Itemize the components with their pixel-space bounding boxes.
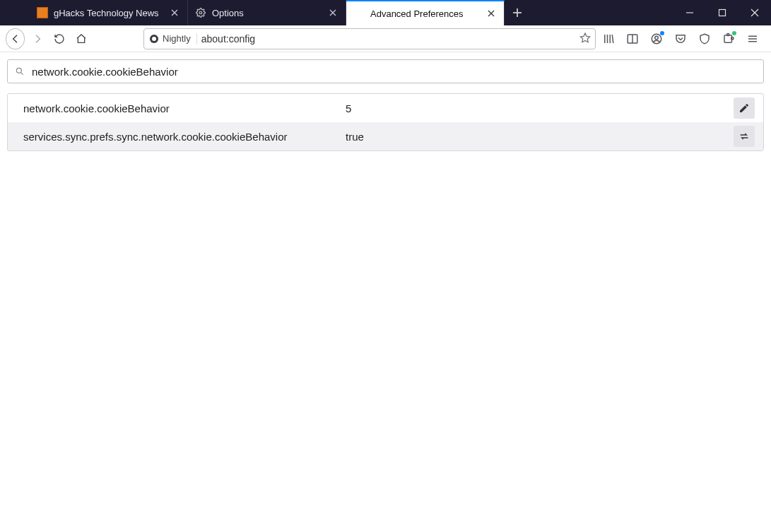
toolbar-right <box>599 29 765 49</box>
blank-favicon <box>353 8 365 19</box>
pref-value: true <box>346 131 734 143</box>
gear-icon <box>195 7 206 18</box>
svg-line-19 <box>612 35 613 43</box>
toggle-button[interactable] <box>734 126 755 147</box>
shield-icon[interactable] <box>695 29 714 49</box>
svg-marker-15 <box>580 33 589 42</box>
reload-button[interactable] <box>50 28 69 49</box>
pref-table: network.cookie.cookieBehavior 5 services… <box>7 93 764 151</box>
maximize-button[interactable] <box>706 0 738 25</box>
close-icon[interactable] <box>485 8 497 19</box>
pencil-icon <box>738 102 750 114</box>
svg-point-30 <box>16 68 21 73</box>
forward-button[interactable] <box>28 28 47 49</box>
tab-ghacks[interactable]: gHacks Technology News <box>30 0 188 25</box>
tab-advanced-preferences[interactable]: Advanced Preferences <box>346 0 505 25</box>
svg-point-14 <box>152 37 156 41</box>
svg-rect-24 <box>724 35 732 42</box>
pref-search-box[interactable] <box>7 59 764 83</box>
bookmark-star-icon[interactable] <box>579 32 591 45</box>
close-window-button[interactable] <box>738 0 771 25</box>
pref-value: 5 <box>346 102 734 114</box>
toggle-arrows-icon <box>738 131 750 142</box>
identity-box[interactable]: Nightly <box>148 33 197 45</box>
menu-icon[interactable] <box>743 29 763 49</box>
tab-label: Options <box>212 8 327 18</box>
tab-label: Advanced Preferences <box>370 8 485 19</box>
about-config-page: network.cookie.cookieBehavior 5 services… <box>0 52 771 158</box>
notification-dot <box>732 31 736 35</box>
minimize-button[interactable] <box>673 0 706 25</box>
edit-button[interactable] <box>734 97 755 119</box>
url-input[interactable] <box>201 33 575 45</box>
navigation-toolbar: Nightly <box>0 25 771 52</box>
pref-name: services.sync.prefs.sync.network.cookie.… <box>13 131 346 143</box>
close-icon[interactable] <box>169 7 180 18</box>
pref-search-input[interactable] <box>32 66 756 78</box>
back-button[interactable] <box>6 28 25 49</box>
notification-dot <box>660 31 664 35</box>
titlebar: gHacks Technology News Options Advanced … <box>0 0 771 25</box>
url-bar[interactable]: Nightly <box>143 28 596 49</box>
pocket-icon[interactable] <box>671 29 690 49</box>
tab-strip: gHacks Technology News Options Advanced … <box>30 0 505 25</box>
pref-row[interactable]: network.cookie.cookieBehavior 5 <box>8 94 763 122</box>
reader-view-icon[interactable] <box>623 29 642 49</box>
close-icon[interactable] <box>327 7 339 18</box>
tab-options[interactable]: Options <box>188 0 346 25</box>
ghacks-favicon <box>37 7 48 18</box>
search-icon <box>15 66 25 76</box>
tab-label: gHacks Technology News <box>54 8 169 18</box>
home-button[interactable] <box>72 28 91 49</box>
library-icon[interactable] <box>599 29 618 49</box>
window-controls <box>673 0 771 25</box>
pref-row[interactable]: services.sync.prefs.sync.network.cookie.… <box>8 122 763 150</box>
pref-name: network.cookie.cookieBehavior <box>13 102 346 114</box>
identity-label: Nightly <box>163 33 191 44</box>
svg-rect-10 <box>719 10 726 16</box>
account-icon[interactable] <box>647 29 666 49</box>
svg-line-31 <box>20 72 23 74</box>
svg-point-23 <box>655 36 659 40</box>
extension-icon[interactable] <box>719 29 738 49</box>
svg-point-2 <box>199 11 202 14</box>
nightly-icon <box>148 33 160 45</box>
new-tab-button[interactable] <box>505 0 530 25</box>
